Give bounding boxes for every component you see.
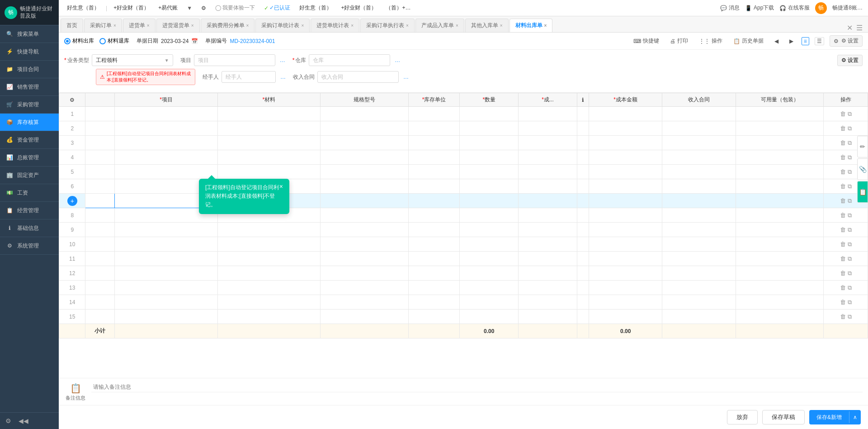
income-contract-input[interactable]: 收入合同 <box>317 71 399 83</box>
row-1-project[interactable] <box>115 107 217 121</box>
tab-stat2[interactable]: 进货单统计表 × <box>311 19 359 32</box>
delete-icon-11[interactable]: 🗑 <box>840 255 846 262</box>
row-1-spec[interactable] <box>320 107 408 121</box>
topbar-haoshengyi2[interactable]: 好生意（首） <box>297 2 335 14</box>
view-list-btn[interactable]: ☰ <box>815 37 824 45</box>
topbar-online-service[interactable]: 🎧 在线客服 <box>779 4 810 12</box>
print-btn[interactable]: 🖨 打印 <box>667 36 691 46</box>
project-dots-icon[interactable]: … <box>280 57 285 63</box>
settings-btn[interactable]: ⚙ ⚙ 设置 <box>830 35 863 47</box>
topbar-haoyecai[interactable]: +好业财（首） <box>111 2 152 14</box>
sidebar-item-operations[interactable]: 📋 经营管理 <box>0 202 59 219</box>
tab-product-in[interactable]: 产成品入库单 × <box>415 19 464 32</box>
delete-icon-7[interactable]: 🗑 <box>840 197 846 205</box>
topbar-message[interactable]: 💬 消息 <box>720 4 740 12</box>
right-toolbar-green[interactable]: 📋 <box>857 181 868 203</box>
tab-home[interactable]: 首页 <box>61 19 83 32</box>
sidebar-item-assets[interactable]: 🏢 固定资产 <box>0 167 59 184</box>
view-grid-btn[interactable]: ≡ <box>802 37 809 45</box>
tab-purchase-order[interactable]: 采购订单 × <box>84 19 122 32</box>
row-1-unit[interactable] <box>408 107 460 121</box>
sidebar-item-inventory[interactable]: 📦 库存核算 <box>0 114 59 131</box>
row-1-material[interactable] <box>217 107 320 121</box>
save-new-arrow-btn[interactable]: ∧ <box>849 411 861 423</box>
business-type-input[interactable]: 工程领料 ▼ <box>92 54 173 66</box>
tab-close-jinghuo[interactable]: × <box>147 23 150 28</box>
delete-icon-2[interactable]: 🗑 <box>840 125 846 132</box>
page-settings-btn[interactable]: ⚙ 设置 <box>837 55 863 66</box>
handler-dots-icon[interactable]: … <box>280 74 286 80</box>
tab-expense[interactable]: 采购费用分摊单 × <box>201 19 255 32</box>
save-draft-button[interactable]: 保存草稿 <box>762 410 805 424</box>
copy-icon-9[interactable]: ⧉ <box>848 226 852 234</box>
tab-stat1[interactable]: 采购订单统计表 × <box>255 19 310 32</box>
tab-close-all[interactable]: ✕ <box>847 24 853 32</box>
tab-close-product-in[interactable]: × <box>456 23 458 28</box>
project-input[interactable]: 项目 <box>194 54 275 66</box>
sidebar-item-system[interactable]: ⚙ 系统管理 <box>0 237 59 255</box>
row-1-cost-amt[interactable] <box>589 107 662 121</box>
copy-icon-8[interactable]: ⧉ <box>848 212 852 219</box>
delete-icon-9[interactable]: 🗑 <box>840 226 846 234</box>
tab-close-expense[interactable]: × <box>246 23 249 28</box>
tab-close-stat1[interactable]: × <box>301 23 304 28</box>
copy-icon-10[interactable]: ⧉ <box>848 241 852 248</box>
sidebar-item-search[interactable]: 🔍 搜索菜单 <box>0 25 59 43</box>
sidebar-item-project[interactable]: 📁 项目合同 <box>0 61 59 78</box>
row-1-cost[interactable] <box>519 107 577 121</box>
tab-exec[interactable]: 采购订单执行表 × <box>360 19 415 32</box>
sidebar-item-ledger[interactable]: 📊 总账管理 <box>0 149 59 167</box>
delete-icon-8[interactable]: 🗑 <box>840 212 846 219</box>
sidebar-item-sales[interactable]: 📈 销售管理 <box>0 78 59 96</box>
notes-input[interactable] <box>91 382 863 392</box>
copy-icon-12[interactable]: ⧉ <box>848 270 852 277</box>
delete-icon-4[interactable]: 🗑 <box>840 154 846 161</box>
tab-menu[interactable]: ☰ <box>856 24 863 32</box>
discard-button[interactable]: 放弃 <box>727 410 758 424</box>
copy-icon-11[interactable]: ⧉ <box>848 255 852 262</box>
copy-icon-13[interactable]: ⧉ <box>848 284 852 291</box>
delete-icon-14[interactable]: 🗑 <box>840 299 846 306</box>
nav-prev-btn[interactable]: ◀ <box>772 37 781 45</box>
collapse-icon[interactable]: ◀◀ <box>19 417 28 424</box>
history-btn[interactable]: 📋 历史单据 <box>731 36 766 46</box>
right-toolbar-attach[interactable]: 📎 <box>857 158 868 180</box>
radio-material-out[interactable]: 材料出库 <box>64 37 94 45</box>
delete-icon-12[interactable]: 🗑 <box>840 270 846 277</box>
row-1-qty[interactable] <box>460 107 519 121</box>
row-1-income[interactable] <box>662 107 736 121</box>
copy-icon-2[interactable]: ⧉ <box>848 125 852 132</box>
right-toolbar-edit[interactable]: ✏ <box>857 136 868 157</box>
copy-icon-4[interactable]: ⧉ <box>848 154 852 161</box>
copy-icon-3[interactable]: ⧉ <box>848 139 852 147</box>
add-row-button[interactable]: + <box>67 196 77 206</box>
delete-icon-15[interactable]: 🗑 <box>840 313 846 320</box>
tab-close-purchase-order[interactable]: × <box>113 23 116 28</box>
topbar-more2[interactable]: （首）+… <box>383 2 413 14</box>
delete-icon-1[interactable]: 🗑 <box>840 110 846 118</box>
tab-close-return[interactable]: × <box>191 23 194 28</box>
tab-close-material-out[interactable]: × <box>544 23 547 28</box>
settings-bottom-icon[interactable]: ⚙ <box>5 417 11 424</box>
topbar-more-dropdown[interactable]: ▼ <box>184 3 195 13</box>
tab-return[interactable]: 进货退货单 × <box>156 19 200 32</box>
topbar-haoyecai2[interactable]: +好业财（首） <box>338 2 379 14</box>
topbar-settings-icon[interactable]: ⚙ <box>198 3 209 13</box>
tab-close-other-in[interactable]: × <box>500 23 503 28</box>
delete-icon-13[interactable]: 🗑 <box>840 284 846 291</box>
shortcut-btn[interactable]: ⌨ 快捷键 <box>631 36 662 46</box>
copy-icon-7[interactable]: ⧉ <box>848 197 852 205</box>
delete-icon-10[interactable]: 🗑 <box>840 241 846 248</box>
handler-input[interactable]: 经手人 <box>222 71 276 83</box>
topbar-experience[interactable]: ◯ 我要体验一下 <box>212 2 258 14</box>
topbar-yidaizhang[interactable]: +易代账 <box>156 2 180 14</box>
delete-icon-6[interactable]: 🗑 <box>840 183 846 190</box>
warehouse-dots-icon[interactable]: … <box>395 57 400 63</box>
sidebar-item-basic[interactable]: ℹ 基础信息 <box>0 219 59 237</box>
radio-material-return[interactable]: 材料退库 <box>99 37 129 45</box>
delete-icon-5[interactable]: 🗑 <box>840 168 846 176</box>
operation-btn[interactable]: ⋮⋮ 操作 <box>696 36 725 46</box>
sidebar-item-finance[interactable]: 💰 资金管理 <box>0 131 59 149</box>
copy-icon-5[interactable]: ⧉ <box>848 168 852 176</box>
tab-jinghuo[interactable]: 进货单 × <box>123 19 156 32</box>
